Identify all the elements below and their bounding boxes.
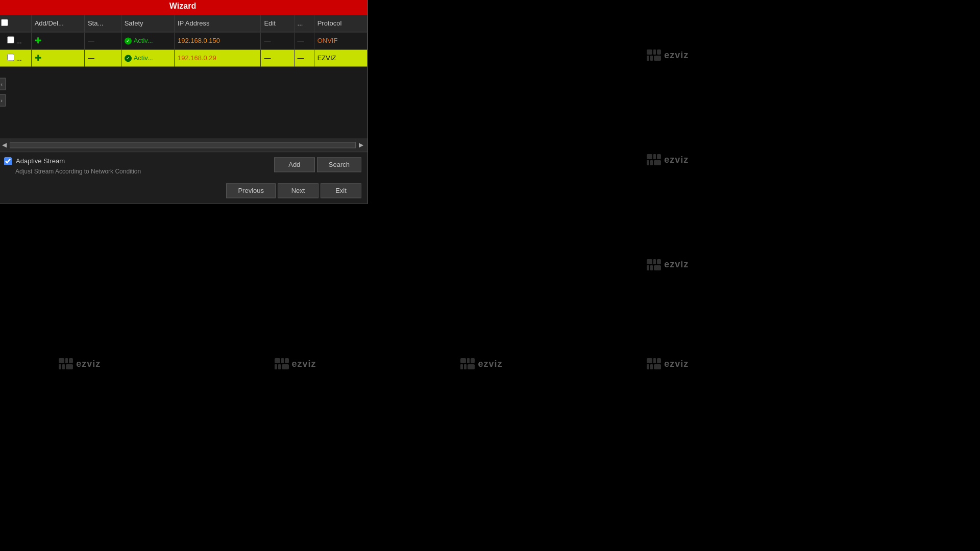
row1-protocol: ONVIF: [314, 32, 367, 49]
svg-rect-4: [650, 56, 653, 61]
table-row[interactable]: ... ✚ — ✓ Activ... 192.168.0.29: [0, 49, 368, 67]
svg-rect-31: [467, 358, 470, 363]
ezviz-icon: [647, 154, 661, 165]
wizard-title-bar: Wizard: [0, 0, 368, 15]
svg-rect-8: [657, 154, 661, 159]
svg-rect-39: [647, 364, 649, 369]
svg-rect-19: [65, 358, 68, 363]
svg-rect-24: [275, 358, 280, 363]
row1-edit: —: [261, 32, 294, 49]
ezviz-logo-text: ezviz: [664, 259, 689, 270]
svg-rect-22: [62, 364, 65, 369]
check-icon: ✓: [125, 37, 132, 44]
protocol-label: ONVIF: [317, 37, 338, 44]
row2-checkbox-cell[interactable]: ...: [0, 49, 31, 67]
scroll-track[interactable]: [10, 142, 356, 148]
ezviz-logo-bottom-right: ezviz: [647, 358, 689, 369]
previous-button[interactable]: Previous: [226, 183, 276, 198]
check-icon: ✓: [125, 55, 132, 62]
scroll-right-arrow[interactable]: ▶: [356, 140, 366, 149]
svg-rect-0: [647, 49, 652, 55]
svg-rect-34: [464, 364, 467, 369]
wizard-footer: Adaptive Stream Adjust Stream According …: [0, 152, 368, 203]
scroll-up-button[interactable]: ‹: [0, 78, 6, 90]
scroll-bar-area: ◀ ▶: [0, 138, 368, 152]
ezviz-icon: [275, 358, 289, 369]
col-header-safety: Safety: [121, 15, 174, 32]
navigation-buttons-row: Previous Next Exit: [4, 183, 361, 198]
row2-protocol: EZVIZ: [314, 49, 367, 67]
adaptive-stream-checkbox[interactable]: [4, 157, 12, 165]
svg-rect-7: [653, 154, 656, 159]
col-header-dots: ...: [294, 15, 314, 32]
svg-rect-17: [654, 265, 661, 270]
svg-rect-21: [59, 364, 61, 369]
svg-rect-25: [281, 358, 284, 363]
protocol-label: EZVIZ: [317, 54, 336, 62]
row1-ip: 192.168.0.150: [174, 32, 260, 49]
ezviz-logo-text: ezviz: [664, 359, 689, 369]
exit-button[interactable]: Exit: [321, 183, 361, 198]
col-header-no: [0, 15, 31, 32]
svg-rect-28: [278, 364, 281, 369]
ezviz-logo-text: ezviz: [478, 359, 502, 369]
ezviz-logo-text: ezviz: [664, 50, 689, 61]
svg-rect-27: [275, 364, 277, 369]
row2-ip: 192.168.0.29: [174, 49, 260, 67]
svg-rect-26: [285, 358, 289, 363]
ezviz-logo-text: ezviz: [664, 155, 689, 165]
svg-rect-18: [59, 358, 64, 363]
add-icon: ✚: [35, 54, 41, 62]
svg-rect-9: [647, 160, 649, 165]
col-header-protocol: Protocol: [314, 15, 367, 32]
row2-status: —: [84, 49, 121, 67]
ip-address: 192.168.0.29: [178, 54, 216, 62]
ezviz-logo-bottom-left: ezviz: [59, 358, 101, 369]
svg-rect-36: [647, 358, 652, 363]
select-all-checkbox[interactable]: [1, 19, 8, 26]
search-button[interactable]: Search: [317, 157, 361, 172]
add-icon: ✚: [35, 36, 41, 45]
ezviz-icon: [647, 358, 661, 369]
svg-rect-29: [282, 364, 289, 369]
svg-rect-15: [647, 265, 649, 270]
adaptive-stream-row: Adaptive Stream: [4, 157, 141, 165]
ezviz-logo-top-right: ezviz: [647, 49, 689, 61]
svg-rect-30: [460, 358, 466, 363]
row1-safety: ✓ Activ...: [121, 32, 174, 49]
table-row[interactable]: ... ✚ — ✓ Activ... 192.168.0.150: [0, 32, 368, 49]
row1-no: ...: [16, 37, 22, 45]
row2-checkbox[interactable]: [7, 54, 14, 61]
svg-rect-40: [650, 364, 653, 369]
row1-checkbox[interactable]: [7, 36, 14, 43]
svg-rect-33: [460, 364, 463, 369]
ezviz-logo-bottom-mid2: ezviz: [460, 358, 502, 369]
ezviz-logo-mid-right: ezviz: [647, 154, 689, 165]
svg-rect-6: [647, 154, 652, 159]
ezviz-logo-text: ezviz: [76, 359, 101, 369]
ezviz-icon: [647, 259, 661, 270]
svg-rect-10: [650, 160, 653, 165]
row1-checkbox-cell[interactable]: ...: [0, 32, 31, 49]
device-table-wrapper: Add/Del... Sta... Safety IP Address Edit…: [0, 15, 368, 67]
scroll-left-arrow[interactable]: ◀: [0, 140, 10, 149]
svg-rect-41: [654, 364, 661, 369]
wizard-title: Wizard: [169, 2, 196, 10]
svg-rect-32: [471, 358, 475, 363]
add-button[interactable]: Add: [274, 157, 315, 172]
device-table: Add/Del... Sta... Safety IP Address Edit…: [0, 15, 368, 67]
row2-dots: —: [294, 49, 314, 67]
safety-active-indicator: ✓ Activ...: [125, 37, 171, 44]
adaptive-stream-label: Adaptive Stream: [16, 157, 65, 165]
col-header-sta: Sta...: [84, 15, 121, 32]
row1-add: ✚: [31, 32, 84, 49]
svg-rect-35: [468, 364, 475, 369]
svg-rect-11: [654, 160, 661, 165]
svg-rect-13: [653, 259, 656, 264]
ezviz-icon: [647, 49, 661, 61]
svg-rect-5: [654, 56, 661, 61]
row2-edit: —: [261, 49, 294, 67]
row2-no: ...: [16, 55, 22, 62]
scroll-down-button[interactable]: ›: [0, 94, 6, 106]
next-button[interactable]: Next: [278, 183, 318, 198]
